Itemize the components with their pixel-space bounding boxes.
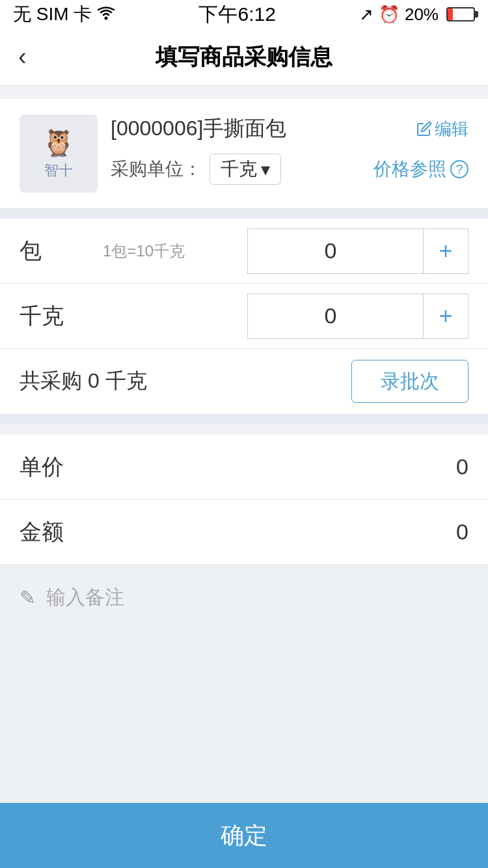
chevron-down-icon: ▾ <box>261 159 270 180</box>
unit-dropdown[interactable]: 千克 ▾ <box>210 154 281 185</box>
wifi-icon <box>97 4 115 25</box>
product-brand-text: 智十 <box>44 161 73 180</box>
carrier-text: 无 SIM 卡 <box>13 2 92 27</box>
product-thumbnail: 🦉 智十 <box>20 115 98 193</box>
product-section: 🦉 智十 [0000006]手撕面包 编辑 采购单位： 千克 ▾ <box>0 99 488 208</box>
batch-button[interactable]: 录批次 <box>351 360 468 403</box>
back-button[interactable]: ‹ <box>18 43 27 71</box>
summary-prefix: 共采购 <box>20 369 82 392</box>
summary-quantity: 0 <box>88 369 105 392</box>
kg-label: 千克 <box>20 301 98 331</box>
price-info-section: 单价 0 金额 0 <box>0 435 488 565</box>
price-ref-label: 价格参照 <box>373 157 446 182</box>
status-right: ↗ ⏰ 20% <box>359 5 475 25</box>
page-title: 填写商品采购信息 <box>156 42 332 72</box>
product-meta: 采购单位： 千克 ▾ 价格参照 ? <box>111 154 468 185</box>
amount-row: 金额 0 <box>0 500 488 565</box>
battery-percent: 20% <box>405 5 439 25</box>
edit-button[interactable]: 编辑 <box>416 118 468 141</box>
bag-label: 包 <box>20 236 98 266</box>
kg-input-right: + <box>98 293 468 339</box>
unit-value: 千克 <box>221 157 257 182</box>
status-bar: 无 SIM 卡 下午6:12 ↗ ⏰ 20% <box>0 0 488 29</box>
location-icon: ↗ <box>359 5 373 25</box>
section-divider-1 <box>0 208 488 219</box>
kg-input-row: 千克 + <box>0 284 488 349</box>
product-header: [0000006]手撕面包 编辑 <box>111 115 468 143</box>
price-reference-button[interactable]: 价格参照 ? <box>373 157 468 182</box>
input-section: 包 1包=10千克 + 千克 + <box>0 219 488 349</box>
confirm-button-label: 确定 <box>221 820 267 852</box>
unit-price-value: 0 <box>456 454 468 480</box>
nav-bar: ‹ 填写商品采购信息 <box>0 29 488 86</box>
edit-label: 编辑 <box>435 118 468 141</box>
status-time: 下午6:12 <box>198 1 275 28</box>
unit-price-row: 单价 0 <box>0 435 488 500</box>
notes-placeholder: 输入备注 <box>46 584 124 611</box>
kg-input[interactable] <box>247 293 423 339</box>
summary-text: 共采购 0 千克 <box>20 367 147 396</box>
notes-section[interactable]: ✎ 输入备注 <box>0 565 488 630</box>
bag-sub-label: 1包=10千克 <box>103 241 185 262</box>
amount-label: 金额 <box>20 517 64 547</box>
battery-icon <box>446 7 475 21</box>
pencil-icon: ✎ <box>20 586 36 609</box>
amount-value: 0 <box>456 519 468 545</box>
price-ref-help-icon: ? <box>450 160 468 178</box>
alarm-icon: ⏰ <box>379 5 400 25</box>
bag-input-right: + <box>185 228 468 274</box>
batch-btn-label: 录批次 <box>381 368 439 395</box>
section-divider-2 <box>0 414 488 424</box>
unit-price-label: 单价 <box>20 452 64 482</box>
product-logo-icon: 🦉 <box>42 128 75 158</box>
status-left: 无 SIM 卡 <box>13 2 115 27</box>
unit-label: 采购单位： <box>111 157 202 182</box>
bag-plus-button[interactable]: + <box>423 228 468 274</box>
svg-point-0 <box>105 17 108 20</box>
bag-input-row: 包 1包=10千克 + <box>0 219 488 284</box>
unit-selector: 采购单位： 千克 ▾ <box>111 154 281 185</box>
summary-row: 共采购 0 千克 录批次 <box>0 349 488 414</box>
product-name: [0000006]手撕面包 <box>111 115 286 143</box>
product-info: [0000006]手撕面包 编辑 采购单位： 千克 ▾ 价格参照 ? <box>111 115 468 185</box>
bottom-area <box>0 630 488 812</box>
kg-plus-button[interactable]: + <box>423 293 468 339</box>
confirm-button[interactable]: 确定 <box>0 803 488 868</box>
bag-input[interactable] <box>247 228 423 274</box>
summary-unit: 千克 <box>105 369 147 392</box>
